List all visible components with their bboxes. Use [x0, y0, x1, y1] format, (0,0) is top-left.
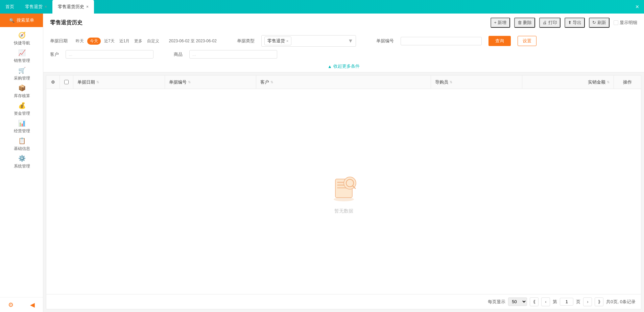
sidebar-search-button[interactable]: 🔍 搜索菜单 — [0, 14, 43, 27]
nav-label-sales: 销售管理 — [14, 58, 30, 64]
tab-close-retail-return[interactable]: × — [45, 4, 47, 9]
th-no: 单据编号 ⇅ — [165, 75, 257, 89]
collapse-label: 收起更多条件 — [333, 63, 360, 69]
content-area: 零售退货历史 + 新增 🗑 删除 🖨 打印 ⬆ 导出 ↻ 刷新 显示明细 单据日… — [43, 14, 644, 312]
sidebar-item-quick-nav[interactable]: 🧭快捷导航 — [0, 30, 43, 47]
settings-icon[interactable]: ⚙ — [8, 301, 14, 309]
voucher-type-select[interactable]: 零售退货 × — [261, 35, 356, 47]
th-date-label: 单据日期 — [77, 79, 95, 85]
tab-retail-return-history[interactable]: 零售退货历史× — [52, 0, 94, 14]
window-close-button[interactable]: × — [630, 0, 644, 14]
nav-icon-system: ⚙️ — [18, 155, 26, 162]
tab-close-retail-return-history[interactable]: × — [86, 4, 89, 9]
th-guide: 导购员 ⇅ — [431, 75, 523, 89]
nav-label-purchase: 采购管理 — [14, 75, 30, 81]
collapse-button[interactable]: ▲ 收起更多条件 — [50, 62, 637, 72]
first-page-button[interactable]: ⟪ — [530, 297, 539, 306]
collapse-icon[interactable]: ◀ — [30, 301, 35, 309]
sidebar-search-label: 搜索菜单 — [17, 17, 34, 23]
voucher-date-label: 单据日期 — [50, 38, 68, 44]
th-amount-label: 实销金额 — [588, 79, 605, 85]
delete-button[interactable]: 🗑 删除 — [514, 18, 535, 28]
setting-icon[interactable]: ⚙ — [51, 80, 55, 85]
customer-label: 客户 — [50, 51, 59, 58]
voucher-type-value: 零售退货 — [267, 38, 285, 44]
page-size-select[interactable]: 50 100 200 — [508, 297, 527, 306]
sidebar-item-system[interactable]: ⚙️系统管理 — [0, 153, 43, 171]
select-all-checkbox[interactable] — [64, 80, 69, 84]
date-range: 2023-06-02 至 2023-06-02 — [169, 38, 216, 44]
th-checkbox[interactable] — [60, 75, 73, 89]
pagination-bar: 每页显示 50 100 200 ⟪ ‹ 第 页 › ⟫ 共0页, 0条记录 — [46, 294, 641, 309]
sidebar-bottom: ⚙ ◀ — [0, 297, 43, 312]
page-input[interactable] — [560, 298, 573, 306]
main-layout: 🔍 搜索菜单 🧭快捷导航📈销售管理🛒采购管理📦库存核算💰资金管理📊经营管理📋基础… — [0, 14, 644, 312]
last-page-button[interactable]: ⟫ — [595, 297, 603, 306]
svg-point-0 — [334, 197, 354, 201]
nav-label-basic: 基础信息 — [14, 146, 30, 152]
th-customer: 客户 ⇅ — [256, 75, 431, 89]
date-options: 昨天今天近7天近1月更多自定义 — [74, 38, 161, 45]
nav-icon-sales: 📈 — [18, 49, 26, 57]
date-opt-自定义[interactable]: 自定义 — [146, 38, 161, 44]
sidebar-item-inventory[interactable]: 📦库存核算 — [0, 83, 43, 100]
nav-label-operation: 经营管理 — [14, 128, 30, 134]
empty-illustration — [327, 169, 361, 204]
per-page-label: 每页显示 — [488, 299, 505, 305]
empty-text: 暂无数据 — [334, 208, 353, 214]
query-button[interactable]: 查询 — [488, 36, 511, 46]
date-opt-近7天[interactable]: 近7天 — [103, 38, 116, 44]
th-no-sort-icon[interactable]: ⇅ — [188, 80, 191, 84]
th-amount: 实销金额 ⇅ — [522, 75, 614, 89]
goods-input-container[interactable]: ... — [189, 50, 277, 59]
total-text: 共0页, 0条记录 — [606, 299, 636, 305]
prev-page-button[interactable]: ‹ — [541, 297, 550, 306]
table-container: ⚙ 单据日期 ⇅ 单据编号 ⇅ 客户 ⇅ 导购员 — [46, 75, 641, 309]
toolbar-actions: + 新增 🗑 删除 🖨 打印 ⬆ 导出 ↻ 刷新 显示明细 — [491, 18, 637, 28]
top-bar: 首页零售退货×零售退货历史× × — [0, 0, 644, 14]
date-opt-更多[interactable]: 更多 — [133, 38, 144, 44]
voucher-no-label: 单据编号 — [376, 38, 394, 44]
date-opt-昨天[interactable]: 昨天 — [74, 38, 85, 44]
date-opt-近1月[interactable]: 近1月 — [118, 38, 131, 44]
sidebar-nav: 🧭快捷导航📈销售管理🛒采购管理📦库存核算💰资金管理📊经营管理📋基础信息⚙️系统管… — [0, 27, 43, 297]
th-setting[interactable]: ⚙ — [46, 75, 60, 89]
settings-button[interactable]: 设置 — [518, 36, 536, 46]
sidebar-item-operation[interactable]: 📊经营管理 — [0, 118, 43, 135]
customer-placeholder: ... — [69, 52, 72, 57]
th-guide-sort-icon[interactable]: ⇅ — [450, 80, 452, 84]
nav-icon-inventory: 📦 — [18, 84, 26, 92]
sidebar-item-sales[interactable]: 📈销售管理 — [0, 47, 43, 65]
voucher-no-input[interactable] — [401, 37, 482, 45]
date-opt-今天[interactable]: 今天 — [87, 38, 101, 45]
display-switch[interactable]: 显示明细 — [614, 20, 637, 26]
tab-home[interactable]: 首页 — [0, 0, 20, 14]
th-amount-sort-icon[interactable]: ⇅ — [607, 80, 610, 84]
display-checkbox[interactable] — [614, 20, 618, 25]
th-date-sort-icon[interactable]: ⇅ — [96, 80, 99, 84]
export-button[interactable]: ⬆ 导出 — [565, 18, 585, 28]
th-date: 单据日期 ⇅ — [73, 75, 165, 89]
customer-input-container[interactable]: ... — [66, 50, 153, 59]
sidebar-item-finance[interactable]: 💰资金管理 — [0, 100, 43, 118]
refresh-button[interactable]: ↻ 刷新 — [589, 18, 610, 28]
next-page-button[interactable]: › — [583, 297, 592, 306]
th-customer-sort-icon[interactable]: ⇅ — [270, 80, 273, 84]
page-label: 第 — [553, 299, 557, 305]
tab-retail-return[interactable]: 零售退货× — [20, 0, 52, 14]
table-header: ⚙ 单据日期 ⇅ 单据编号 ⇅ 客户 ⇅ 导购员 — [46, 75, 641, 89]
print-button[interactable]: 🖨 打印 — [539, 18, 560, 28]
tab-list: 首页零售退货×零售退货历史× — [0, 0, 630, 14]
sidebar-item-purchase[interactable]: 🛒采购管理 — [0, 65, 43, 83]
th-action-label: 操作 — [623, 79, 632, 85]
nav-icon-operation: 📊 — [18, 119, 26, 127]
nav-icon-finance: 💰 — [18, 102, 26, 109]
th-customer-label: 客户 — [260, 79, 269, 85]
new-button[interactable]: + 新增 — [491, 18, 510, 28]
goods-placeholder: ... — [192, 52, 196, 57]
page-header: 零售退货历史 + 新增 🗑 删除 🖨 打印 ⬆ 导出 ↻ 刷新 显示明细 单据日… — [43, 14, 644, 72]
filter-area: 单据日期 昨天今天近7天近1月更多自定义 2023-06-02 至 2023-0… — [50, 32, 637, 72]
sidebar-item-basic[interactable]: 📋基础信息 — [0, 135, 43, 153]
search-icon: 🔍 — [9, 18, 15, 23]
voucher-type-remove-icon[interactable]: × — [286, 39, 288, 43]
